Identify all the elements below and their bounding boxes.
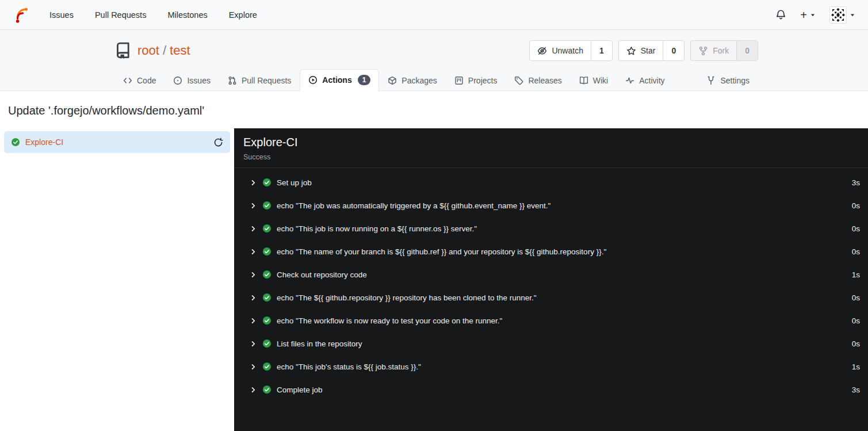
bell-icon [775, 9, 786, 20]
check-circle-icon [262, 270, 272, 279]
eye-off-icon [537, 46, 547, 56]
tab-settings[interactable]: Settings [698, 70, 758, 91]
code-icon [123, 76, 132, 85]
chevron-right-icon[interactable] [250, 248, 257, 255]
notifications-button[interactable] [775, 9, 786, 20]
check-circle-icon [11, 138, 20, 147]
check-circle-icon [262, 224, 272, 233]
step-duration: 3s [852, 386, 860, 394]
step-duration: 0s [852, 316, 860, 325]
refresh-icon[interactable] [213, 138, 223, 147]
step-row[interactable]: echo "This job's status is ${{ job.statu… [234, 355, 868, 378]
job-item-explore-ci[interactable]: Explore-CI [4, 131, 230, 153]
step-row[interactable]: echo "The ${{ github.repository }} repos… [234, 286, 868, 309]
tab-pull-requests[interactable]: Pull Requests [219, 70, 300, 91]
topnav-right: + [775, 6, 855, 24]
unwatch-button-label: Unwatch [552, 46, 583, 55]
fork-icon [698, 46, 708, 56]
job-log-panel: Explore-CI Success Set up job3secho "The… [234, 128, 868, 431]
tab-packages[interactable]: Packages [379, 70, 445, 91]
tab-projects[interactable]: Projects [446, 70, 506, 91]
step-name: echo "The name of your branch is ${{ git… [277, 247, 606, 256]
tag-icon [514, 76, 523, 85]
tab-code[interactable]: Code [114, 70, 165, 91]
step-row[interactable]: Set up job3s [234, 171, 868, 194]
chevron-right-icon[interactable] [250, 225, 257, 232]
unwatch-button[interactable]: Unwatch1 [529, 40, 612, 61]
forgejo-logo[interactable] [13, 6, 30, 24]
user-menu[interactable] [829, 6, 855, 24]
repo-title: root / test [137, 43, 190, 58]
step-duration: 0s [852, 201, 860, 210]
step-name: echo "The job was automatically triggere… [277, 201, 550, 210]
tab-label: Code [137, 76, 156, 85]
topnav-item-explore[interactable]: Explore [229, 10, 257, 20]
step-duration: 0s [852, 224, 860, 233]
caret-down-icon [810, 12, 816, 18]
step-name: Set up job [277, 178, 312, 187]
chevron-right-icon[interactable] [250, 271, 257, 279]
job-item-label: Explore-CI [25, 138, 63, 147]
tab-label: Settings [720, 76, 750, 85]
check-circle-icon [262, 339, 272, 348]
step-row[interactable]: List files in the repository0s [234, 332, 868, 355]
tool-icon [706, 76, 716, 85]
repo-icon [114, 42, 132, 59]
step-name: List files in the repository [277, 340, 362, 348]
repo-name-link[interactable]: test [170, 43, 190, 58]
package-icon [388, 76, 397, 85]
activity-icon [625, 76, 634, 85]
tab-count-badge: 1 [358, 75, 371, 85]
chevron-right-icon[interactable] [250, 386, 257, 394]
tab-releases[interactable]: Releases [506, 70, 570, 91]
chevron-right-icon[interactable] [250, 202, 257, 209]
check-circle-icon [262, 362, 272, 371]
step-name: Complete job [277, 386, 323, 394]
create-new-button[interactable]: + [800, 9, 816, 21]
topnav-item-issues[interactable]: Issues [49, 10, 74, 20]
star-count[interactable]: 0 [663, 41, 684, 60]
chevron-right-icon[interactable] [250, 317, 257, 325]
chevron-right-icon[interactable] [250, 363, 257, 371]
fork-button: Fork0 [690, 40, 758, 61]
step-name: echo "The workflow is now ready to test … [277, 316, 502, 325]
repo-tabs: CodeIssuesPull RequestsActions1PackagesP… [110, 69, 758, 90]
star-button[interactable]: Star0 [618, 40, 685, 61]
check-circle-icon [262, 385, 272, 394]
repo-path-separator: / [163, 43, 166, 58]
step-row[interactable]: echo "This job is now running on a ${{ r… [234, 217, 868, 240]
tab-label: Releases [528, 76, 561, 85]
step-duration: 1s [852, 270, 860, 279]
tab-label: Projects [468, 76, 498, 85]
issue-icon [173, 76, 182, 85]
topnav-item-milestones[interactable]: Milestones [167, 10, 207, 20]
page-title: Update '.forgejo/workflows/demo.yaml' [0, 91, 868, 128]
step-row[interactable]: Check out repository code1s [234, 263, 868, 286]
tab-label: Wiki [593, 76, 608, 85]
jobs-sidebar: Explore-CI [0, 128, 234, 431]
pull-request-icon [228, 76, 237, 85]
tab-label: Actions [322, 75, 351, 85]
caret-down-icon [850, 12, 855, 18]
tab-wiki[interactable]: Wiki [571, 70, 617, 91]
chevron-right-icon[interactable] [250, 294, 257, 302]
tab-label: Issues [187, 76, 210, 85]
step-row[interactable]: echo "The workflow is now ready to test … [234, 309, 868, 332]
tab-activity[interactable]: Activity [617, 70, 673, 91]
step-row[interactable]: echo "The name of your branch is ${{ git… [234, 240, 868, 263]
run-content: Explore-CI Explore-CI Success Set up job… [0, 128, 868, 431]
tab-actions[interactable]: Actions1 [300, 69, 379, 91]
step-row[interactable]: Complete job3s [234, 378, 868, 401]
chevron-right-icon[interactable] [250, 179, 257, 186]
topnav-item-pull-requests[interactable]: Pull Requests [95, 10, 146, 20]
fork-count[interactable]: 0 [736, 41, 758, 60]
chevron-right-icon[interactable] [250, 340, 257, 348]
avatar-identicon [829, 6, 847, 24]
step-duration: 0s [852, 247, 860, 256]
step-row[interactable]: echo "The job was automatically triggere… [234, 194, 868, 217]
repo-owner-link[interactable]: root [137, 43, 159, 58]
check-circle-icon [262, 201, 272, 210]
tab-issues[interactable]: Issues [165, 70, 219, 91]
unwatch-count[interactable]: 1 [591, 41, 612, 60]
tab-label: Activity [639, 76, 664, 85]
